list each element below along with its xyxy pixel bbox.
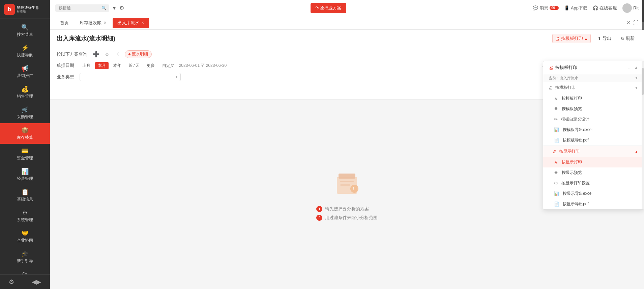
empty-illustration: ! [330, 167, 364, 201]
template-print-item[interactable]: 🖨 按模板打印 [543, 93, 644, 104]
export-btn[interactable]: ⬆ 导出 [595, 34, 614, 43]
trial-btn[interactable]: 体验行业方案 [311, 3, 346, 13]
settings-gear-icon[interactable]: ⚙ [9, 278, 14, 286]
filter-main-label: 按以下方案查询 [57, 51, 87, 57]
display-print-item[interactable]: 🖨 按显示打印 [543, 157, 644, 167]
filter-add-btn[interactable]: ➕ [93, 51, 99, 57]
tab-flow-close[interactable]: ✕ [141, 21, 144, 25]
business-type-select-wrap [80, 73, 181, 81]
window-maximize-icon[interactable]: ⛶ [633, 20, 639, 26]
topbar-search-input[interactable] [55, 4, 109, 12]
sidebar-item-system[interactable]: ⚙ 系统管理 [0, 206, 50, 226]
page-title: 出入库流水(流水明细) [57, 34, 115, 43]
template-print-section: 🖨 按模板打印 ▼ 🖨 按模板打印 👁 按模板预览 ✏ [543, 82, 644, 146]
topbar: 🔍 ▼ ⚙ 体验行业方案 💬 消息 99+ 📱 App下载 🎧 在线客服 [50, 0, 644, 16]
app-download-label: App下载 [571, 5, 587, 11]
topbar-settings-icon[interactable]: ⚙ [119, 5, 124, 11]
sidebar-item-inventory[interactable]: 📦 库存核算 [0, 123, 50, 144]
sidebar-item-finance[interactable]: 💳 资金管理 [0, 144, 50, 164]
display-export-excel-item[interactable]: 📊 按显示导出excel [543, 188, 644, 199]
refresh-label: 刷新 [626, 35, 635, 42]
panel-header-actions: ··· ▲ [628, 65, 638, 70]
date-btn-last-month[interactable]: 上月 [80, 62, 93, 69]
refresh-btn[interactable]: ↻ 刷新 [618, 34, 637, 43]
business-type-select[interactable] [80, 73, 181, 81]
sidebar-item-appstore[interactable]: 🗂 应用中心 [0, 267, 50, 274]
panel-current-label: 当前：出入库流水 ▼ [543, 74, 644, 82]
sidebar-bottom: ⚙ ◀▶ [0, 274, 50, 289]
date-btn-this-month[interactable]: 本月 [95, 62, 109, 69]
empty-step-2: 2 用过滤条件来缩小分析范围 [316, 213, 378, 222]
display-excel-label: 按显示导出excel [563, 191, 592, 196]
page-area: 出入库流水(流水明细) 🖨 按模板打印 ▲ ⬆ 导出 ↻ 刷新 [50, 30, 644, 289]
template-export-excel-item[interactable]: 📊 按模板导出excel [543, 125, 644, 135]
tab-batch-account[interactable]: 库存批次账 ✕ [75, 18, 111, 28]
display-print-settings-item[interactable]: ⚙ 按显示打印设置 [543, 178, 644, 188]
template-export-pdf-item[interactable]: 📄 按模板导出pdf [543, 135, 644, 146]
display-export-pdf-item[interactable]: 📄 按显示导出pdf [543, 199, 644, 209]
display-section-title: 🖨 按显示打印 [553, 149, 580, 154]
sidebar-item-operations[interactable]: 📊 经营管理 [0, 164, 50, 185]
template-customize-item[interactable]: ✏ 模板自定义设计 [543, 114, 644, 125]
message-btn[interactable]: 💬 消息 99+ [533, 5, 559, 11]
preview-icon: 👁 [554, 106, 558, 111]
user-name: Rit [633, 5, 639, 10]
chevron-up-icon: ▲ [584, 37, 588, 41]
filter-row-1: 按以下方案查询 ➕ ⚙ 《 流水明细 [57, 50, 637, 58]
collapse-icon[interactable]: ◀▶ [32, 278, 41, 286]
search-wrap: 🔍 [55, 4, 109, 12]
display-preview-item[interactable]: 👁 按显示预览 [543, 167, 644, 178]
tab-home[interactable]: 首页 [55, 18, 74, 28]
template-preview-item[interactable]: 👁 按模板预览 [543, 104, 644, 114]
display-section-header[interactable]: 🖨 按显示打印 ▲ [543, 146, 644, 157]
panel-scrollarea[interactable]: 当前：出入库流水 ▼ 🖨 按模板打印 ▼ 🖨 按模板打印 [543, 74, 644, 209]
filter-settings-icon[interactable]: ⚙ [105, 52, 109, 57]
date-btn-custom[interactable]: 自定义 [159, 62, 177, 69]
app-download-btn[interactable]: 📱 App下载 [564, 5, 587, 11]
sidebar-item-sales[interactable]: 💰 销售管理 [0, 82, 50, 103]
svg-point-4 [350, 185, 358, 193]
search-menu-icon: 🔍 [21, 24, 29, 31]
message-label: 消息 [539, 5, 548, 11]
date-label: 单据日期 [57, 62, 74, 69]
panel-more-icon[interactable]: ··· [628, 65, 632, 70]
date-btn-7days[interactable]: 近7天 [126, 62, 142, 69]
sidebar-item-basic[interactable]: 📋 基础信息 [0, 185, 50, 206]
current-prefix: 当前： [549, 76, 560, 80]
template-customize-label: 模板自定义设计 [561, 116, 589, 122]
sidebar-item-enterprise[interactable]: 🤝 企业协同 [0, 226, 50, 247]
tab-batch-close[interactable]: ✕ [104, 21, 107, 25]
app-logo-text: 畅捷通好生意 标准版 [17, 5, 39, 14]
sidebar-item-guide[interactable]: 🎓 新手引导 [0, 247, 50, 267]
template-section-header[interactable]: 🖨 按模板打印 ▼ [543, 82, 644, 93]
date-btn-this-year[interactable]: 本年 [111, 62, 124, 69]
step2-num: 2 [316, 215, 322, 221]
window-controls: ✕ ⛶ [626, 20, 639, 26]
window-close-icon[interactable]: ✕ [626, 20, 631, 26]
sidebar-item-search[interactable]: 🔍 搜索菜单 [0, 20, 50, 41]
sidebar-item-label: 搜索菜单 [17, 32, 33, 37]
online-service-btn[interactable]: 🎧 在线客服 [593, 5, 617, 11]
display-settings-label: 按显示打印设置 [561, 180, 590, 186]
display-pdf-label: 按显示导出pdf [563, 201, 589, 207]
filter-tag-active[interactable]: 流水明细 [125, 50, 152, 58]
user-profile[interactable]: Rit [622, 3, 639, 13]
refresh-icon: ↻ [621, 36, 624, 41]
date-btn-more[interactable]: 更多 [144, 62, 157, 69]
panel-scrollbar[interactable] [642, 61, 644, 209]
sidebar-item-purchase[interactable]: 🛒 采购管理 [0, 103, 50, 123]
filter-collapse-left-icon[interactable]: 《 [115, 51, 119, 57]
panel-collapse-icon[interactable]: ▲ [634, 65, 638, 70]
print-template-btn[interactable]: 🖨 按模板打印 ▲ [552, 34, 591, 43]
sidebar-item-marketing[interactable]: 📢 营销推广 [0, 61, 50, 82]
template-section-title: 🖨 按模板打印 [549, 85, 576, 90]
tab-in-out-flow[interactable]: 出入库流水 ✕ [113, 18, 149, 28]
topbar-dropdown-arrow[interactable]: ▼ [112, 5, 117, 11]
print-doc-icon: 🖨 [554, 96, 558, 101]
tab-flow-label: 出入库流水 [117, 20, 139, 26]
display-preview-label: 按显示预览 [562, 170, 582, 176]
current-chevron-icon[interactable]: ▼ [635, 76, 638, 80]
phone-icon: 📱 [564, 5, 569, 10]
template-printer-icon: 🖨 [549, 85, 553, 90]
sidebar-item-shortcut[interactable]: ⚡ 快捷导航 [0, 41, 50, 61]
